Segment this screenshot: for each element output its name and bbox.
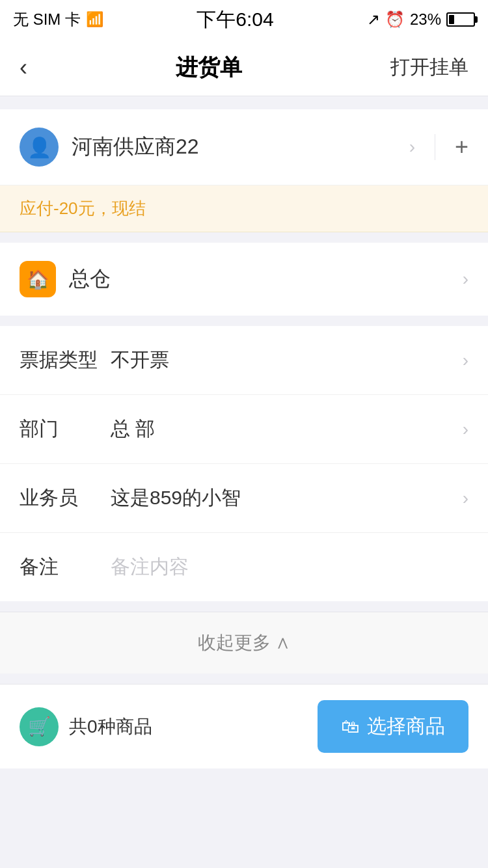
warehouse-icon-wrap: 🏠 xyxy=(20,261,56,297)
nav-bar: ‹ 进货单 打开挂单 xyxy=(0,39,488,96)
alarm-icon: ⏰ xyxy=(385,10,405,29)
invoice-type-row[interactable]: 票据类型 不开票 › xyxy=(0,326,488,395)
product-icon: 🛒 xyxy=(28,716,51,737)
supplier-actions: › + xyxy=(409,133,468,161)
open-pending-button[interactable]: 打开挂单 xyxy=(390,54,468,81)
warning-text: 应付-20元，现结 xyxy=(20,198,146,218)
invoice-type-label: 票据类型 xyxy=(20,347,104,373)
warehouse-name: 总仓 xyxy=(69,265,463,293)
add-supplier-icon[interactable]: + xyxy=(455,133,468,161)
salesperson-chevron: › xyxy=(463,488,468,509)
salesperson-label: 业务员 xyxy=(20,485,104,511)
select-product-button[interactable]: 🛍 选择商品 xyxy=(318,700,468,753)
invoice-type-value: 不开票 xyxy=(104,347,463,373)
status-time: 下午6:04 xyxy=(197,7,273,33)
warehouse-section: 🏠 总仓 › xyxy=(0,243,488,316)
status-left: 无 SIM 卡 📶 xyxy=(13,9,103,30)
supplier-chevron-icon: › xyxy=(409,137,415,157)
bottom-bar: 🛒 共0种商品 🛍 选择商品 xyxy=(0,684,488,768)
divider-1 xyxy=(0,232,488,243)
department-row[interactable]: 部门 总 部 › xyxy=(0,395,488,464)
warning-banner: 应付-20元，现结 xyxy=(0,185,488,232)
warehouse-chevron-icon: › xyxy=(463,269,468,290)
warehouse-icon: 🏠 xyxy=(27,269,49,290)
person-icon: 👤 xyxy=(27,136,51,159)
collapse-text: 收起更多 ∧ xyxy=(198,631,291,655)
battery-percent: 23% xyxy=(410,10,441,29)
supplier-row[interactable]: 👤 河南供应商22 › + xyxy=(0,109,488,185)
supplier-section: 👤 河南供应商22 › + 应付-20元，现结 xyxy=(0,109,488,232)
status-right: ↗ ⏰ 23% xyxy=(367,10,475,29)
sim-status: 无 SIM 卡 xyxy=(13,9,81,30)
gray-bottom-area xyxy=(0,768,488,868)
select-btn-text: 选择商品 xyxy=(367,713,445,740)
vertical-divider xyxy=(435,134,435,160)
warehouse-row[interactable]: 🏠 总仓 › xyxy=(0,243,488,316)
department-chevron: › xyxy=(463,419,468,440)
page-title: 进货单 xyxy=(176,53,242,83)
remark-row[interactable]: 备注 备注内容 xyxy=(0,533,488,601)
battery-icon xyxy=(446,12,475,27)
status-bar: 无 SIM 卡 📶 下午6:04 ↗ ⏰ 23% xyxy=(0,0,488,39)
location-icon: ↗ xyxy=(367,10,380,29)
back-button[interactable]: ‹ xyxy=(20,54,27,81)
collapse-row[interactable]: 收起更多 ∧ xyxy=(0,612,488,673)
product-icon-wrap: 🛒 xyxy=(20,707,59,746)
top-divider xyxy=(0,96,488,109)
product-count-text: 共0种商品 xyxy=(69,714,152,739)
remark-label: 备注 xyxy=(20,554,104,580)
select-btn-icon: 🛍 xyxy=(341,716,359,737)
wifi-icon: 📶 xyxy=(86,11,103,28)
department-value: 总 部 xyxy=(104,416,463,442)
supplier-avatar: 👤 xyxy=(20,128,59,167)
salesperson-value: 这是859的小智 xyxy=(104,485,463,511)
form-section: 票据类型 不开票 › 部门 总 部 › 业务员 这是859的小智 › 备注 备注… xyxy=(0,326,488,601)
supplier-name: 河南供应商22 xyxy=(72,133,409,161)
department-label: 部门 xyxy=(20,416,104,442)
remark-input[interactable]: 备注内容 xyxy=(104,554,468,580)
salesperson-row[interactable]: 业务员 这是859的小智 › xyxy=(0,464,488,533)
product-count-wrap: 🛒 共0种商品 xyxy=(20,707,152,746)
invoice-type-chevron: › xyxy=(463,350,468,371)
